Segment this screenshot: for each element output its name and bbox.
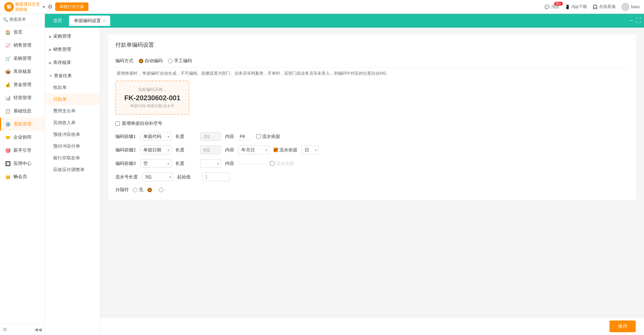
top-bar-right: 💬 消息 99+ 📱 App下载 🎧 在线客服 Nare: [545, 3, 640, 11]
sidebar-bottom: ⚙ ◀◀: [0, 324, 45, 335]
sidebar-item-system[interactable]: ⚙️ 系统管理: [0, 118, 45, 131]
sidebar-item-purchase[interactable]: 🛒 采购管理: [0, 52, 45, 65]
prefix-2-select[interactable]: 单据日期: [140, 146, 171, 154]
top-bar-left: 畅 畅捷通好生意 插曲版 ▾ ⚙ 体验行业方案: [4, 2, 88, 12]
second-sidebar-item-payment[interactable]: 付款单: [45, 93, 100, 105]
sidebar-item-apps[interactable]: 🔲 应用中心: [0, 157, 45, 170]
app-download-btn[interactable]: 📱 App下载: [565, 4, 587, 10]
separator-dot2-radio[interactable]: [159, 188, 163, 192]
stream-1-checkbox[interactable]: [256, 134, 261, 139]
tab-maximize-btn[interactable]: ⛶: [636, 18, 641, 24]
stream-1-checkbox-label[interactable]: 流水依据: [256, 133, 280, 140]
separator-none-radio[interactable]: [133, 188, 137, 192]
content-2-label: 内容: [225, 147, 234, 153]
prefix-3-select[interactable]: 空: [140, 159, 171, 168]
preview-sub: 单据代码-单据日期-流水号: [124, 103, 180, 109]
second-sidebar: ▶ 采购管理 ▶ 销售管理 ▶ 库存核算: [45, 28, 100, 335]
message-btn[interactable]: 💬 消息 99+: [545, 4, 559, 10]
content-2-select-wrapper: 年月日: [238, 146, 269, 154]
prefix-row-2: 编码前缀2 单据日期 长度 内容 年月日: [115, 146, 629, 154]
stream-3-checkbox-label[interactable]: 流水依据: [270, 160, 294, 167]
logo-text: 畅捷通好生意 插曲版: [15, 2, 40, 12]
separator-dot2-label[interactable]: ·: [159, 187, 166, 193]
second-sidebar-item-ar-ap[interactable]: 应收应付调整单: [45, 164, 100, 176]
separator-label: 分隔符: [115, 187, 129, 193]
auto-code-radio-label[interactable]: 自动编码: [139, 58, 163, 64]
sidebar-item-sales[interactable]: 📈 销售管理: [0, 39, 45, 52]
length-3-select-wrapper: [200, 159, 221, 168]
sidebar-item-basic[interactable]: 📋 基础信息: [0, 104, 45, 118]
encoding-method-label: 编码方式: [115, 58, 133, 64]
tab-close-btn[interactable]: ×: [103, 19, 105, 23]
start-value-input[interactable]: [202, 173, 230, 181]
operations-icon: 📊: [5, 95, 11, 101]
serial-length-row: 流水号长度 3位 起始值: [115, 173, 629, 181]
prefix-row-3: 编码前缀3 空 长度: [115, 159, 629, 168]
app-download-icon: 📱: [565, 4, 570, 9]
message-icon: 💬: [545, 4, 550, 9]
separator-dot-radio[interactable]: [147, 188, 152, 192]
group-inventory-header[interactable]: ▶ 库存核算: [45, 57, 100, 68]
serial-length-select[interactable]: 3位: [142, 173, 173, 181]
length-3-label: 长度: [175, 160, 196, 167]
info-text: 新增单据时，'单据编码'自动生成，不可编辑。前缀设置为部门、业务员等档案类，开单…: [115, 71, 629, 76]
tab-bar: 首页 单据编码设置 × − ⛶: [45, 14, 644, 28]
sidebar-nav: 🏠 首页 📈 销售管理 🛒 采购管理 📦 库存核算 💰 资金管理 📊 经: [0, 26, 45, 324]
second-sidebar-item-receipt[interactable]: 收款单: [45, 82, 100, 93]
experience-btn[interactable]: 体验行业方案: [55, 2, 88, 11]
length-1-input: [200, 132, 221, 141]
second-sidebar-item-advance-pay[interactable]: 预付冲应付单: [45, 140, 100, 152]
sidebar-item-inventory[interactable]: 📦 库存核算: [0, 65, 45, 78]
save-button[interactable]: 保存: [609, 320, 636, 332]
main-layout: 🔍 搜索菜单 🏠 首页 📈 销售管理 🛒 采购管理 📦 库存核算 💰: [0, 14, 644, 335]
auto-fill-checkbox[interactable]: [115, 121, 120, 126]
sidebar-item-newguide[interactable]: 🎯 新手引导: [0, 144, 45, 157]
group-purchase: ▶ 采购管理: [45, 30, 100, 42]
second-sidebar-item-advance-recv[interactable]: 预收冲应收单: [45, 129, 100, 140]
settings-bottom-btn[interactable]: ⚙: [3, 327, 7, 332]
auto-code-radio[interactable]: [139, 59, 143, 63]
tab-active[interactable]: 单据编码设置 ×: [69, 16, 110, 26]
online-service-btn[interactable]: 🎧 在线客服: [593, 4, 616, 10]
content-2-select[interactable]: 年月日: [238, 146, 269, 154]
stream-2-unit-select[interactable]: 日: [301, 146, 319, 154]
tab-minimize-btn[interactable]: −: [630, 18, 633, 24]
enterprise-icon: 🤝: [5, 134, 11, 140]
length-2-label: 长度: [175, 147, 196, 153]
sidebar-item-finance[interactable]: 💰 资金管理: [0, 78, 45, 91]
chevron-right-icon: ▶: [49, 48, 52, 52]
group-purchase-header[interactable]: ▶ 采购管理: [45, 30, 100, 42]
inventory-icon: 📦: [5, 69, 11, 74]
second-sidebar-item-bank[interactable]: 银行存取款单: [45, 152, 100, 164]
sidebar-item-home[interactable]: 🏠 首页: [0, 26, 45, 39]
stream-2-checkbox[interactable]: [273, 148, 278, 152]
user-area[interactable]: Nare: [621, 3, 640, 11]
sidebar-item-enterprise[interactable]: 🤝 企业协同: [0, 131, 45, 144]
manual-code-radio[interactable]: [168, 59, 173, 63]
manual-code-radio-label[interactable]: 手工编码: [168, 58, 192, 64]
stream-3-checkbox[interactable]: [270, 161, 275, 166]
second-sidebar-item-expense[interactable]: 费用支出单: [45, 105, 100, 117]
tab-home[interactable]: 首页: [48, 16, 68, 26]
length-3-select[interactable]: [200, 159, 221, 168]
serial-length-label: 流水号长度: [115, 174, 138, 180]
prefix-1-label: 编码前缀1: [115, 133, 136, 140]
collapse-btn[interactable]: ◀◀: [34, 327, 42, 332]
page-title: 付款单编码设置: [115, 41, 629, 49]
second-sidebar-item-other-income[interactable]: 其他收入单: [45, 117, 100, 129]
sidebar-item-member[interactable]: 👑 畅会员: [0, 170, 45, 183]
auto-fill-label: 新增单据自动补空号: [122, 120, 162, 127]
settings-icon-btn[interactable]: ⚙: [48, 3, 52, 10]
separator-dot-label[interactable]: ·: [147, 187, 155, 193]
separator-none-label[interactable]: 无: [133, 187, 143, 193]
prefix-2-select-wrapper: 单据日期: [140, 146, 171, 154]
group-capital-header[interactable]: ▼ 资金往来: [45, 70, 100, 82]
group-sales-header[interactable]: ▶ 销售管理: [45, 44, 100, 55]
search-menu[interactable]: 🔍 搜索菜单: [0, 14, 45, 26]
stream-2-checkbox-label[interactable]: 流水依据: [273, 147, 297, 153]
online-service-icon: 🎧: [593, 4, 598, 9]
prefix-1-select[interactable]: 单据代码: [140, 132, 171, 141]
sidebar-item-operations[interactable]: 📊 经营管理: [0, 91, 45, 104]
prefix-1-select-wrapper: 单据代码: [140, 132, 171, 141]
chevron-down-btn[interactable]: ▾: [43, 4, 45, 9]
